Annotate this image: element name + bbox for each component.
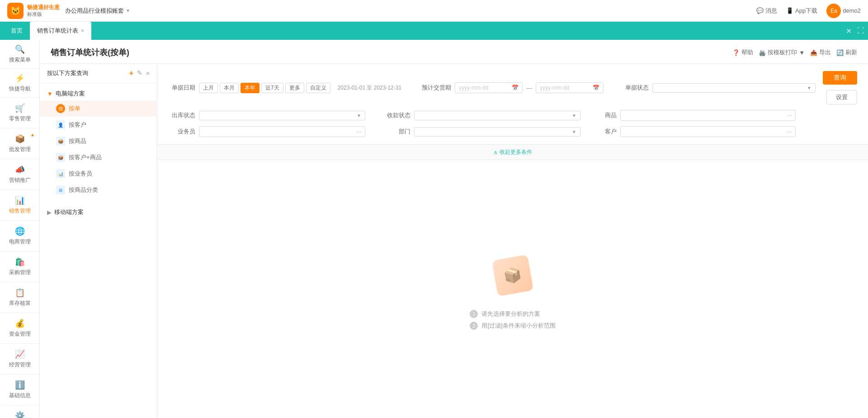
expected-date-end-input[interactable]: yyyy-mm-dd 📅 — [536, 82, 604, 93]
scheme-icon-按客户: 👤 — [56, 120, 65, 129]
calendar-icon-2: 📅 — [593, 85, 599, 91]
tab-close-button[interactable]: × — [81, 28, 84, 34]
left-panel-header: 按以下方案查询 + ✎ « — [40, 64, 157, 83]
date-btn-more[interactable]: 更多 — [285, 83, 304, 93]
edit-scheme-button[interactable]: ✎ — [137, 69, 142, 77]
mobile-chevron-icon: ▶ — [47, 209, 52, 216]
scheme-item-按业务员[interactable]: 📊 按业务员 — [40, 166, 157, 182]
content-area: 销售订单统计表(按单) ❓ 帮助 🖨️ 按模板打印 ▼ 📤 导出 🔄 刷新 — [40, 40, 868, 418]
logo-icon: 🐱 — [7, 3, 24, 19]
inventory-icon: 📋 — [15, 288, 25, 298]
ecommerce-icon: 🌐 — [15, 226, 25, 236]
scheme-icon-按单: 按 — [56, 104, 65, 113]
right-panel: 单据日期 上月 本月 本年 近7天 更多 自定义 2023-01-01 至 20… — [157, 64, 868, 418]
refresh-button[interactable]: 🔄 刷新 — [836, 48, 857, 57]
sidebar-item-marketing[interactable]: 📣 营销推广 — [0, 159, 39, 190]
date-btn-7days[interactable]: 近7天 — [261, 83, 283, 93]
print-button[interactable]: 🖨️ 按模板打印 ▼ — [759, 48, 805, 57]
tabbar: 首页 销售订单统计表 × ✕ ⛶ — [0, 22, 868, 40]
delivery-chevron-icon: ▼ — [357, 113, 361, 118]
export-button[interactable]: 📤 导出 — [810, 48, 831, 57]
tab-sales-order-stats[interactable]: 销售订单统计表 × — [30, 22, 91, 40]
scheme-item-按商品分类[interactable]: ⊞ 按商品分类 — [40, 182, 157, 198]
purchase-icon: 🛍️ — [15, 257, 25, 267]
date-range-text: 2023-01-01 至 2023-12-31 — [338, 84, 401, 92]
customer-more-icon[interactable]: ··· — [787, 128, 792, 135]
sidebar-item-retail[interactable]: 🛒 零售管理 — [0, 98, 39, 128]
window-close-button[interactable]: ✕ — [846, 27, 852, 35]
delivery-status-select[interactable]: ▼ — [199, 111, 365, 120]
scheme-icon-按商品: 📦 — [56, 137, 65, 146]
page-title: 销售订单统计表(按单) — [51, 47, 129, 63]
date-btn-last-month[interactable]: 上月 — [199, 83, 218, 93]
empty-text: 1 请先选择要分析的方案 2 用[过滤]条件来缩小分析范围 — [470, 310, 555, 330]
app-title[interactable]: 办公用品行业模拟账套 ▼ — [65, 7, 130, 15]
scheme-item-按单[interactable]: 按 按单 — [40, 100, 157, 117]
date-btn-custom[interactable]: 自定义 — [306, 83, 330, 93]
sidebar-item-basic[interactable]: ℹ️ 基础信息 — [0, 375, 39, 405]
salesperson-section: 业务员 ··· — [168, 126, 365, 137]
expected-date-label: 预计交货期 — [420, 84, 451, 92]
message-button[interactable]: 💬 消息 — [756, 7, 777, 15]
filter-area: 单据日期 上月 本月 本年 近7天 更多 自定义 2023-01-01 至 20… — [157, 64, 868, 145]
calendar-icon: 📅 — [512, 85, 519, 91]
collapse-bar[interactable]: ∧ 收起更多条件 — [157, 145, 868, 160]
department-section: 部门 ▼ — [383, 127, 580, 137]
date-btn-this-month[interactable]: 本月 — [220, 83, 239, 93]
goods-section: 商品 ··· — [599, 110, 796, 121]
sidebar-item-ecommerce[interactable]: 🌐 电商管理 — [0, 221, 39, 252]
department-select[interactable]: ▼ — [414, 127, 580, 137]
filter-row-2: 出库状态 ▼ 收款状态 ▼ — [168, 110, 857, 121]
sidebar-item-inventory[interactable]: 📋 库存核算 — [0, 282, 39, 313]
sidebar-item-search[interactable]: 🔍 搜索菜单 — [0, 40, 39, 69]
filter-row-3: 业务员 ··· 部门 ▼ — [168, 126, 857, 137]
sales-icon: 📊 — [15, 195, 25, 205]
customer-section: 客户 ··· — [599, 126, 796, 137]
sidebar-item-wholesale[interactable]: 📦 批发管理 ▲ — [0, 128, 39, 159]
set-button[interactable]: 设置 — [826, 90, 857, 104]
query-button[interactable]: 查询 — [823, 71, 857, 85]
left-panel-title: 按以下方案查询 — [47, 69, 88, 77]
date-separator: — — [526, 85, 532, 91]
collapse-panel-button[interactable]: « — [146, 69, 150, 77]
window-maximize-button[interactable]: ⛶ — [857, 27, 864, 35]
inner-layout: 按以下方案查询 + ✎ « ▼ 电脑端方案 按 按单 — [40, 64, 868, 418]
sidebar-item-operation[interactable]: 📈 经营管理 — [0, 344, 39, 375]
customer-select[interactable]: ··· — [620, 126, 796, 137]
sidebar-item-finance[interactable]: 💰 资金管理 — [0, 313, 39, 344]
scheme-item-按客户[interactable]: 👤 按客户 — [40, 117, 157, 133]
app-download-button[interactable]: 📱 App下载 — [786, 7, 817, 15]
message-icon: 💬 — [756, 7, 764, 14]
salesperson-select[interactable]: ··· — [199, 126, 365, 137]
scheme-item-按商品[interactable]: 📦 按商品 — [40, 133, 157, 149]
left-scheme-panel: 按以下方案查询 + ✎ « ▼ 电脑端方案 按 按单 — [40, 64, 157, 418]
scheme-item-按客户商品[interactable]: 📦 按客户+商品 — [40, 149, 157, 166]
group-chevron-icon: ▼ — [47, 90, 53, 97]
expected-date-start-input[interactable]: yyyy-mm-dd 📅 — [455, 82, 523, 93]
print-chevron-icon: ▼ — [799, 49, 805, 56]
bill-status-label: 单据状态 — [622, 84, 649, 92]
system-icon: ⚙️ — [15, 411, 25, 418]
goods-select[interactable]: ··· — [620, 110, 796, 121]
payment-chevron-icon: ▼ — [572, 113, 576, 118]
user-menu[interactable]: Ea demo2 — [826, 4, 861, 18]
payment-status-select[interactable]: ▼ — [414, 111, 580, 120]
scheme-icon-按业务员: 📊 — [56, 169, 65, 178]
date-btn-this-year[interactable]: 本年 — [241, 83, 259, 93]
add-scheme-button[interactable]: + — [129, 69, 133, 77]
customer-label: 客户 — [599, 128, 617, 136]
mobile-group-toggle[interactable]: ▶ 移动端方案 — [40, 205, 157, 219]
desktop-group-toggle[interactable]: ▼ 电脑端方案 — [40, 87, 157, 100]
sidebar-item-sales[interactable]: 📊 销售管理 — [0, 190, 39, 221]
goods-more-icon[interactable]: ··· — [787, 112, 792, 119]
salesperson-more-icon[interactable]: ··· — [357, 128, 361, 135]
empty-hint-2: 2 用[过滤]条件来缩小分析范围 — [470, 322, 555, 330]
help-icon: ❓ — [732, 49, 740, 56]
sidebar-item-system[interactable]: ⚙️ 系统管理 — [0, 405, 39, 418]
bill-status-select[interactable]: ▼ — [652, 83, 816, 93]
search-icon: 🔍 — [15, 44, 25, 54]
sidebar-item-purchase[interactable]: 🛍️ 采购管理 — [0, 252, 39, 282]
sidebar-item-quick[interactable]: ⚡ 快捷导航 — [0, 69, 39, 98]
help-button[interactable]: ❓ 帮助 — [732, 48, 753, 57]
tab-home[interactable]: 首页 — [4, 22, 30, 40]
